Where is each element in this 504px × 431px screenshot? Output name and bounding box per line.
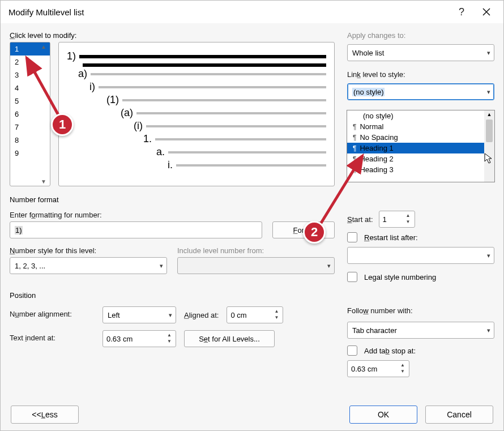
- ok-button[interactable]: OK: [349, 406, 417, 424]
- link-level-label: Link level to style:: [347, 70, 494, 79]
- dialog-footer: << Less OK Cancel: [1, 399, 503, 430]
- add-tab-stop-spin: 0.63 cm▲▼: [347, 360, 409, 377]
- help-icon[interactable]: ?: [449, 1, 474, 23]
- chevron-down-icon: ▾: [487, 49, 490, 57]
- follow-number-combo[interactable]: Tab character▾: [347, 322, 494, 339]
- aligned-at-label: Aligned at:: [184, 311, 219, 319]
- start-at-spin[interactable]: 1▲▼: [379, 211, 415, 228]
- add-tab-stop-checkbox[interactable]: [347, 345, 357, 356]
- titlebar: Modify Multilevel list ?: [1, 1, 503, 23]
- number-alignment-combo[interactable]: Left▾: [102, 306, 176, 323]
- aligned-at-spin[interactable]: 0 cm▲▼: [227, 306, 283, 323]
- legal-style-checkbox[interactable]: [347, 272, 357, 282]
- dialog-title: Modify Multilevel list: [8, 7, 449, 17]
- position-section: Position: [10, 291, 494, 300]
- click-level-label: Click level to modify:: [10, 31, 335, 40]
- style-option-no-spacing[interactable]: ¶No Spacing: [347, 132, 484, 143]
- chevron-down-icon: ▾: [487, 327, 490, 334]
- number-alignment-label: Number alignment:: [10, 310, 95, 318]
- apply-changes-label: Apply changes to:: [347, 31, 494, 40]
- style-option-no-style[interactable]: (no style): [347, 110, 484, 121]
- chevron-down-icon: ▾: [169, 311, 172, 319]
- text-indent-spin[interactable]: 0.63 cm▲▼: [102, 330, 176, 347]
- style-option-heading-2[interactable]: ¶Heading 2: [347, 153, 484, 164]
- text-indent-label: Text indent at:: [10, 334, 95, 342]
- include-level-combo: ▾: [177, 257, 335, 274]
- level-scroll[interactable]: ▲▼: [39, 44, 49, 185]
- chevron-down-icon: ▾: [487, 88, 490, 96]
- restart-after-combo: ▾: [347, 247, 494, 264]
- annotation-badge-1: 1: [51, 113, 74, 136]
- close-icon[interactable]: [474, 1, 499, 23]
- chevron-down-icon: ▾: [327, 262, 331, 270]
- set-for-all-button[interactable]: Set for All Levels...: [184, 330, 275, 347]
- enter-formatting-input[interactable]: 1): [10, 221, 262, 238]
- apply-changes-combo[interactable]: Whole list▾: [347, 44, 494, 61]
- link-level-dropdown[interactable]: (no style) ¶Normal ¶No Spacing ¶Heading …: [347, 110, 495, 182]
- add-tab-stop-label: Add tab stop at:: [364, 347, 416, 355]
- number-style-label: Number style for this level:: [10, 246, 167, 255]
- list-preview: 1) a) i) (1) (a) (i) 1. a. i.: [58, 42, 335, 186]
- include-level-label: Include level number from:: [177, 246, 335, 255]
- style-option-normal[interactable]: ¶Normal: [347, 121, 484, 132]
- annotation-badge-2: 2: [303, 221, 326, 244]
- restart-after-checkbox: [347, 232, 357, 242]
- style-option-heading-1[interactable]: ¶Heading 1: [347, 143, 484, 153]
- restart-after-label: Restart list after:: [364, 233, 418, 242]
- link-level-combo[interactable]: (no style)▾: [347, 83, 494, 100]
- number-format-section: Number format: [10, 195, 494, 204]
- legal-style-label: Legal style numbering: [364, 273, 436, 281]
- chevron-down-icon: ▾: [487, 252, 490, 259]
- mouse-cursor-icon: [484, 153, 493, 167]
- less-button[interactable]: << Less: [11, 406, 79, 424]
- enter-formatting-label: Enter formatting for number:: [10, 211, 335, 219]
- style-option-heading-3[interactable]: ¶Heading 3: [347, 164, 484, 175]
- cancel-button[interactable]: Cancel: [425, 406, 493, 424]
- number-style-combo[interactable]: 1, 2, 3, ...▾: [10, 257, 167, 274]
- follow-number-label: Follow number with:: [347, 306, 494, 315]
- modify-multilevel-list-dialog: Modify Multilevel list ? Click level to …: [0, 0, 504, 431]
- start-at-label: Start at:: [347, 215, 373, 224]
- level-listbox[interactable]: 1 2 3 4 5 6 7 8 9 ▲▼: [10, 42, 50, 186]
- dropdown-scrollbar[interactable]: ▲: [484, 110, 494, 182]
- chevron-down-icon: ▾: [160, 262, 163, 270]
